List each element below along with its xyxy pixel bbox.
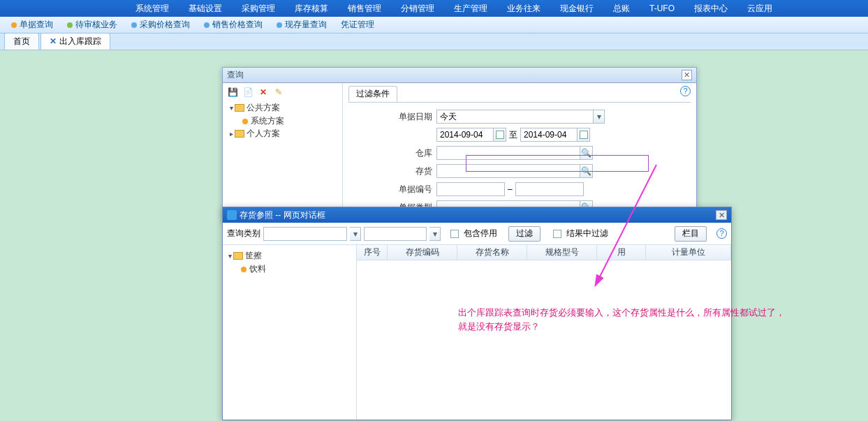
annotation-text: 出个库跟踪表查询时存货必须要输入，这个存货属性是什么，所有属性都试过了，就是没有… [458,306,793,334]
sc-stock-qty[interactable]: 现存量查询 [270,19,334,31]
label-include-stop: 包含停用 [464,228,497,239]
filter-tab[interactable]: 过滤条件 [348,86,397,102]
menu-basic[interactable]: 基础设置 [179,3,232,15]
tree-drink[interactable]: 饮料 [226,263,353,275]
sc-pending[interactable]: 待审核业务 [60,19,124,31]
menu-report[interactable]: 报表中心 [684,3,737,15]
help-icon[interactable]: ? [716,228,727,239]
label-querytype: 查询类别 [227,228,260,239]
close-icon[interactable]: ✕ [716,210,727,220]
label-filter-in-result: 结果中过滤 [566,228,608,239]
label-stock: 存货 [348,165,436,177]
col-spec[interactable]: 规格型号 [527,245,597,260]
menu-inventory[interactable]: 库存核算 [285,3,338,15]
label-to: 至 [506,129,520,141]
menu-distribution[interactable]: 分销管理 [391,3,444,15]
billno-to[interactable] [515,182,584,196]
filter-button[interactable]: 过滤 [508,226,540,242]
col-seq[interactable]: 序号 [357,245,388,260]
dot-icon [277,22,282,28]
lookup-title[interactable]: 存货参照 -- 网页对话框 ✕ [223,207,731,223]
label-warehouse: 仓库 [348,147,436,159]
col-use[interactable]: 用 [597,245,646,260]
tree-system[interactable]: 系统方案 [227,115,338,127]
page-tabs: 首页 ✕出入库跟踪 [0,34,868,50]
dot-icon [11,22,17,28]
ie-icon [227,210,237,220]
dot-icon [204,22,209,28]
bullet-icon [242,119,248,124]
search-icon[interactable]: 🔍 [580,146,593,160]
col-unit[interactable]: 计量单位 [646,245,731,260]
folder-icon [235,130,244,138]
query-dialog-title[interactable]: 查询 ✕ [223,68,696,83]
stock-input[interactable] [436,164,580,178]
scheme-tree-panel: 💾 📄 ✕ ✎ 公共方案 系统方案 个人方案 [223,83,343,220]
date-to[interactable] [520,128,578,142]
column-button[interactable]: 栏目 [675,226,707,242]
date-range-select[interactable] [436,110,594,124]
calendar-icon[interactable] [494,128,506,142]
dot-icon [131,22,137,28]
chevron-down-icon[interactable]: ▾ [429,227,441,241]
billno-from[interactable] [436,182,505,196]
menu-cloud[interactable]: 云应用 [737,3,782,15]
close-icon[interactable]: ✕ [50,36,57,46]
chevron-down-icon[interactable]: ▾ [594,110,605,124]
query-text[interactable] [364,227,427,241]
copy-icon[interactable]: 📄 [242,87,253,98]
tab-home[interactable]: 首页 [4,33,39,50]
sc-bill-query[interactable]: 单据查询 [4,19,60,31]
menu-cash[interactable]: 现金银行 [550,3,603,15]
delete-icon[interactable]: ✕ [258,87,269,98]
save-icon[interactable]: 💾 [227,87,238,98]
category-tree: 筐擦 饮料 [223,245,357,420]
tree-root[interactable]: 筐擦 [226,249,353,263]
menu-production[interactable]: 生产管理 [444,3,497,15]
menu-sales[interactable]: 销售管理 [338,3,391,15]
tree-personal[interactable]: 个人方案 [227,127,338,140]
close-icon[interactable]: ✕ [682,70,692,80]
menu-business[interactable]: 业务往来 [497,3,550,15]
shortcut-bar: 单据查询 待审核业务 采购价格查询 销售价格查询 现存量查询 凭证管理 [0,17,868,34]
tree-public[interactable]: 公共方案 [227,101,338,115]
menu-system[interactable]: 系统管理 [126,3,179,15]
chevron-down-icon[interactable]: ▾ [350,227,361,241]
edit-icon[interactable]: ✎ [273,87,284,98]
include-stop-checkbox[interactable] [450,230,459,238]
bullet-icon [241,267,247,272]
folder-icon [233,252,243,260]
tab-inout-track[interactable]: ✕出入库跟踪 [41,33,110,50]
col-code[interactable]: 存货编码 [388,245,457,260]
sc-voucher[interactable]: 凭证管理 [334,19,381,31]
label-date: 单据日期 [348,111,436,123]
main-menu: 系统管理 基础设置 采购管理 库存核算 销售管理 分销管理 生产管理 业务往来 … [0,0,868,17]
date-from[interactable] [436,128,494,142]
folder-icon [235,104,244,112]
warehouse-input[interactable] [436,146,580,160]
menu-ledger[interactable]: 总账 [603,3,640,15]
dot-icon [67,22,73,28]
help-icon[interactable]: ? [680,86,691,96]
label-billno: 单据编号 [348,184,436,195]
filter-in-result-checkbox[interactable] [553,230,561,238]
sc-sales-price[interactable]: 销售价格查询 [197,19,270,31]
menu-purchase[interactable]: 采购管理 [232,3,285,15]
calendar-icon[interactable] [578,128,590,142]
search-icon[interactable]: 🔍 [580,164,593,178]
query-dialog: 查询 ✕ 💾 📄 ✕ ✎ 公共方案 系统方案 个人方案 过滤条件 ? 单据日期 … [222,67,697,221]
col-name[interactable]: 存货名称 [457,245,527,260]
sc-purchase-price[interactable]: 采购价格查询 [124,19,197,31]
menu-tufo[interactable]: T-UFO [640,3,684,13]
querytype-select[interactable] [263,227,347,241]
